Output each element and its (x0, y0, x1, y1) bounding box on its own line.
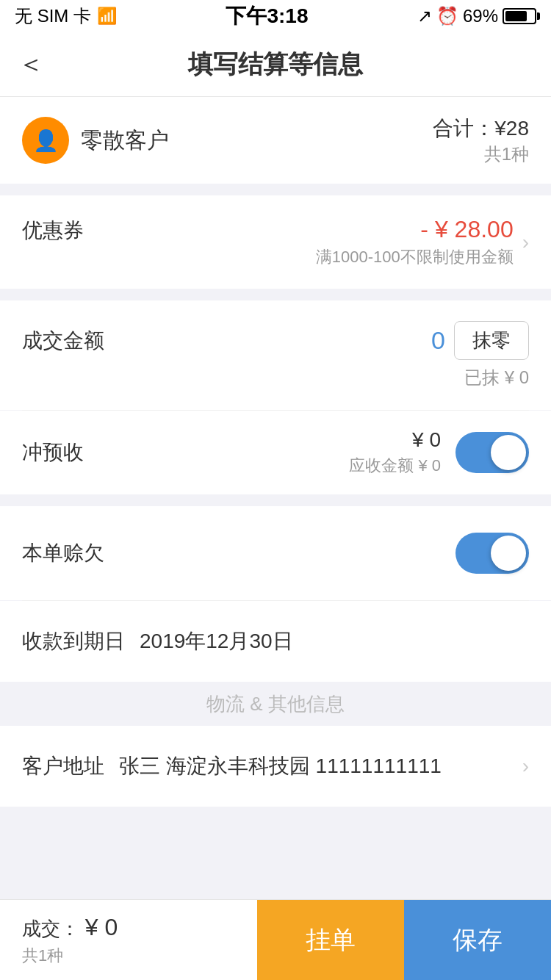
back-button[interactable]: ＜ (18, 46, 44, 82)
wifi-icon: 📶 (97, 7, 117, 26)
debit-label: 本单赊欠 (22, 538, 104, 567)
content: 👤 零散客户 合计：¥28 共1种 优惠券 - ¥ 28.00 满1000-10… (0, 97, 551, 980)
logistics-label: 物流 & 其他信息 (206, 691, 345, 717)
address-value: 张三 海淀永丰科技园 11111111111 (119, 752, 442, 780)
page-title: 填写结算等信息 (188, 48, 363, 82)
chevron-icon: › (522, 231, 529, 254)
bottom-info: 成交： ¥ 0 共1种 (0, 914, 257, 967)
bottom-deal-row: 成交： ¥ 0 (22, 914, 235, 942)
chong-sub-text: 应收金额 ¥ 0 (349, 455, 441, 477)
chong-toggle[interactable] (455, 432, 529, 473)
chong-value-block: ¥ 0 应收金额 ¥ 0 (349, 428, 441, 477)
battery-text: 69% (463, 6, 498, 26)
deal-sub-row: 已抹 ¥ 0 (0, 360, 551, 410)
divider-1 (0, 184, 551, 195)
nav-bar: ＜ 填写结算等信息 (0, 32, 551, 97)
bottom-bar: 成交： ¥ 0 共1种 挂单 保存 (0, 899, 551, 980)
chong-right: ¥ 0 应收金额 ¥ 0 (349, 428, 529, 477)
bottom-deal-label: 成交： (22, 918, 79, 940)
chong-row: 冲预收 ¥ 0 应收金额 ¥ 0 (0, 411, 551, 494)
customer-name: 零散客户 (81, 126, 169, 156)
location-icon: ↗ (417, 6, 432, 26)
customer-right: 合计：¥28 共1种 (433, 115, 529, 166)
round-button[interactable]: 抹零 (454, 321, 529, 360)
chong-section: 冲预收 ¥ 0 应收金额 ¥ 0 (0, 411, 551, 494)
bottom-count: 共1种 (22, 945, 235, 967)
bottom-deal-amount: ¥ 0 (85, 914, 118, 940)
status-time: 下午3:18 (226, 2, 308, 30)
deal-amount-row: 成交金额 0 抹零 (0, 300, 551, 360)
divider-4 (0, 494, 551, 506)
hang-button[interactable]: 挂单 (257, 900, 404, 981)
total-count: 共1种 (433, 143, 529, 166)
address-label: 客户地址 (22, 752, 104, 780)
total-amount: 合计：¥28 (433, 115, 529, 143)
chong-label: 冲预收 (22, 438, 84, 466)
due-date: 2019年12月30日 (140, 627, 293, 655)
chong-amount: ¥ 0 (349, 428, 441, 452)
customer-row: 👤 零散客户 合计：¥28 共1种 (0, 97, 551, 184)
alarm-icon: ⏰ (436, 6, 458, 26)
due-label: 收款到期日 (22, 627, 125, 655)
toggle-knob (491, 435, 526, 470)
carrier-text: 无 SIM 卡 (15, 4, 91, 28)
debit-toggle[interactable] (455, 533, 529, 574)
debit-section: 本单赊欠 (0, 506, 551, 600)
address-row[interactable]: 客户地址 张三 海淀永丰科技园 11111111111 › (0, 726, 551, 807)
status-right: ↗ ⏰ 69% (417, 6, 536, 26)
due-row[interactable]: 收款到期日 2019年12月30日 (0, 601, 551, 682)
deal-amount-right: 0 抹零 (431, 321, 529, 360)
divider-2 (0, 289, 551, 300)
address-chevron-icon: › (522, 754, 529, 778)
deal-amount-value: 0 (431, 326, 445, 355)
deal-amount-section: 成交金额 0 抹零 已抹 ¥ 0 (0, 300, 551, 410)
battery-icon (503, 8, 536, 24)
customer-left: 👤 零散客户 (22, 117, 169, 164)
coupon-amount: - ¥ 28.00 (316, 216, 514, 243)
save-button[interactable]: 保存 (404, 900, 551, 981)
coupon-desc: 满1000-100不限制使用金额 (316, 246, 514, 268)
status-bar: 无 SIM 卡 📶 下午3:18 ↗ ⏰ 69% (0, 0, 551, 32)
coupon-value-block: - ¥ 28.00 满1000-100不限制使用金额 (316, 216, 514, 268)
due-section: 收款到期日 2019年12月30日 (0, 601, 551, 682)
coupon-row[interactable]: 优惠券 - ¥ 28.00 满1000-100不限制使用金额 › (0, 195, 551, 289)
coupon-section[interactable]: 优惠券 - ¥ 28.00 满1000-100不限制使用金额 › (0, 195, 551, 289)
logistics-divider: 物流 & 其他信息 (0, 682, 551, 726)
coupon-right: - ¥ 28.00 满1000-100不限制使用金额 › (316, 216, 529, 268)
coupon-label: 优惠券 (22, 216, 84, 245)
debit-row: 本单赊欠 (0, 506, 551, 600)
debit-toggle-knob (491, 536, 526, 571)
avatar-icon: 👤 (33, 129, 59, 153)
deal-sub-text: 已抹 ¥ 0 (464, 366, 529, 389)
address-content: 客户地址 张三 海淀永丰科技园 11111111111 (22, 752, 442, 780)
avatar: 👤 (22, 117, 69, 164)
customer-section: 👤 零散客户 合计：¥28 共1种 (0, 97, 551, 184)
status-left: 无 SIM 卡 📶 (15, 4, 117, 28)
address-section: 客户地址 张三 海淀永丰科技园 11111111111 › (0, 726, 551, 807)
deal-amount-label: 成交金额 (22, 326, 104, 355)
